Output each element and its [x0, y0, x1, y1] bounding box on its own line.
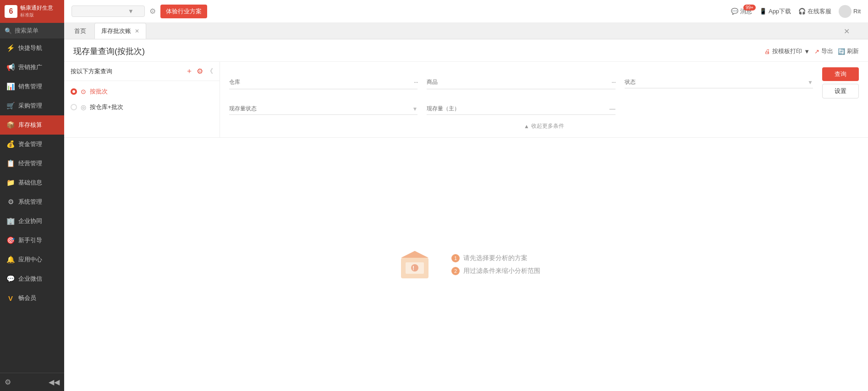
- sidebar-item-sales[interactable]: 📊 销售管理: [0, 77, 64, 96]
- filter-right: 仓库 ··· 商品 ···: [220, 62, 868, 137]
- topbar-search-box[interactable]: ▼: [71, 5, 145, 17]
- inventory-status-dropdown-icon[interactable]: ▼: [412, 106, 418, 112]
- tab-home-label: 首页: [74, 27, 86, 35]
- query-button[interactable]: 查询: [822, 67, 859, 81]
- sidebar-item-label: 营销推广: [18, 63, 42, 71]
- settings-footer-icon[interactable]: ⚙: [5, 378, 11, 386]
- sidebar-item-marketing[interactable]: 📢 营销推广: [0, 58, 64, 77]
- export-btn[interactable]: ↗ 导出: [814, 47, 833, 55]
- product-dots[interactable]: ···: [611, 77, 615, 87]
- tab-close-icon[interactable]: ✕: [135, 28, 139, 34]
- topbar-gear-icon[interactable]: ⚙: [149, 7, 156, 16]
- username: Rit: [853, 8, 861, 15]
- sales-icon: 📊: [6, 82, 15, 91]
- settings-filter-icon[interactable]: ⚙: [197, 67, 203, 76]
- sidebar-item-enterprise[interactable]: 🏢 企业协同: [0, 212, 64, 231]
- app-center-icon: 🔔: [6, 255, 15, 264]
- collapse-filter-icon[interactable]: 《: [207, 67, 213, 76]
- online-service-label: 在线客服: [808, 7, 831, 16]
- print-dropdown-icon[interactable]: ▼: [804, 48, 810, 55]
- batch-option-icon: ⊙: [81, 88, 86, 95]
- refresh-icon: 🔄: [838, 48, 845, 55]
- topbar-online-service[interactable]: 🎧 在线客服: [798, 7, 831, 16]
- operations-icon: 📋: [6, 159, 15, 168]
- avatar: [839, 5, 852, 18]
- topbar-message[interactable]: 💬 消息 99+: [731, 7, 752, 16]
- sidebar-item-label: 销售管理: [18, 82, 42, 91]
- status-dropdown-icon[interactable]: ▼: [808, 79, 813, 86]
- topbar-search-input[interactable]: [76, 8, 126, 15]
- tabbar-close-button[interactable]: ✕: [844, 27, 850, 35]
- warehouse-input-box[interactable]: 仓库 ···: [229, 76, 418, 89]
- filter-row-2: 现存量状态 ▼ 现存量（主） —: [229, 103, 859, 115]
- sidebar-item-system[interactable]: ⚙ 系统管理: [0, 192, 64, 212]
- sidebar-item-operations[interactable]: 📋 经营管理: [0, 154, 64, 173]
- sidebar-item-vip[interactable]: V 畅会员: [0, 288, 64, 308]
- batch-radio: [71, 88, 77, 95]
- collapse-sidebar-icon[interactable]: ◀◀: [49, 378, 60, 386]
- page-content: 现存量查询(按批次) 🖨 按模板打印 ▼ ↗ 导出 🔄 刷新: [64, 39, 868, 391]
- inventory-icon: 📦: [6, 121, 15, 129]
- warehouse-dots[interactable]: ···: [413, 77, 418, 87]
- settings-button[interactable]: 设置: [822, 84, 859, 98]
- tab-home[interactable]: 首页: [68, 23, 93, 39]
- empty-state: ! 1 请先选择要分析的方案 2 用过滤条件来缩小分析范围: [64, 138, 868, 391]
- filter-right-panel: 仓库 ··· 商品 ···: [220, 62, 868, 137]
- sidebar-item-guide[interactable]: 🎯 新手引导: [0, 231, 64, 250]
- sidebar-item-label: 畅会员: [18, 294, 36, 302]
- add-filter-icon[interactable]: ＋: [186, 66, 193, 76]
- collapse-row[interactable]: ▲ 收起更多条件: [229, 119, 859, 133]
- sidebar-item-label: 采购管理: [18, 102, 42, 110]
- sidebar-item-inventory[interactable]: 📦 库存核算: [0, 115, 64, 135]
- app-download-icon: 📱: [759, 8, 767, 15]
- sidebar-search[interactable]: 🔍 搜索菜单: [0, 23, 64, 38]
- enterprise-icon: 🏢: [6, 217, 15, 225]
- sidebar-item-label: 资金管理: [18, 140, 42, 148]
- status-select[interactable]: 状态 ▼: [625, 76, 813, 88]
- page-header-actions: 🖨 按模板打印 ▼ ↗ 导出 🔄 刷新: [764, 47, 859, 55]
- svg-text:!: !: [412, 265, 414, 272]
- tab-inventory-batch-label: 库存批次账: [101, 27, 131, 35]
- inventory-qty-box[interactable]: 现存量（主） —: [427, 103, 615, 115]
- app-edition: 标准版: [20, 12, 53, 18]
- search-dropdown-icon[interactable]: ▼: [128, 8, 134, 15]
- trial-btn[interactable]: 体验行业方案: [160, 5, 207, 18]
- tip-text-1: 请先选择要分析的方案: [463, 254, 527, 262]
- empty-tips: 1 请先选择要分析的方案 2 用过滤条件来缩小分析范围: [451, 254, 540, 275]
- topbar-app-download[interactable]: 📱 App下载: [759, 7, 791, 16]
- filter-left-header: 按以下方案查询 ＋ ⚙ 《: [64, 62, 220, 81]
- empty-tip-1: 1 请先选择要分析的方案: [451, 254, 540, 262]
- app-logo: 6: [5, 5, 17, 18]
- sidebar-item-quick-nav[interactable]: ⚡ 快捷导航: [0, 38, 64, 58]
- collapse-label: 收起更多条件: [531, 122, 564, 130]
- sidebar-item-purchase[interactable]: 🛒 采购管理: [0, 96, 64, 115]
- status-field: 状态 ▼: [625, 76, 813, 88]
- filter-option-warehouse-batch[interactable]: ◎ 按仓库+批次: [64, 99, 220, 115]
- filter-option-batch[interactable]: ⊙ 按批次: [64, 84, 220, 99]
- print-icon: 🖨: [764, 48, 770, 55]
- sidebar-item-label: 快捷导航: [18, 44, 42, 52]
- topbar-user[interactable]: Rit: [839, 5, 861, 18]
- warehouse-label: 仓库: [229, 78, 240, 86]
- collapse-arrow-icon: ▲: [524, 123, 529, 130]
- finance-icon: 💰: [6, 140, 15, 148]
- sidebar-item-label: 企业协同: [18, 217, 42, 225]
- filter-left-actions: ＋ ⚙ 《: [186, 66, 213, 76]
- marketing-icon: 📢: [6, 63, 15, 71]
- product-label: 商品: [427, 78, 438, 86]
- product-field: 商品 ···: [427, 76, 615, 89]
- sidebar-item-wechat[interactable]: 💬 企业微信: [0, 269, 64, 288]
- export-label: 导出: [821, 47, 833, 55]
- filter-options: ⊙ 按批次 ◎ 按仓库+批次: [64, 81, 220, 118]
- warehouse-batch-label: 按仓库+批次: [90, 103, 123, 111]
- inventory-status-field: 现存量状态 ▼: [229, 103, 418, 115]
- print-btn[interactable]: 🖨 按模板打印 ▼: [764, 47, 810, 55]
- inventory-status-select[interactable]: 现存量状态 ▼: [229, 103, 418, 115]
- sidebar-item-basic[interactable]: 📁 基础信息: [0, 173, 64, 192]
- sidebar-item-finance[interactable]: 💰 资金管理: [0, 135, 64, 154]
- refresh-btn[interactable]: 🔄 刷新: [838, 47, 859, 55]
- filter-left-panel: 按以下方案查询 ＋ ⚙ 《 ⊙ 按批次: [64, 62, 220, 137]
- sidebar-item-app-center[interactable]: 🔔 应用中心: [0, 250, 64, 269]
- product-input-box[interactable]: 商品 ···: [427, 76, 615, 89]
- tab-inventory-batch[interactable]: 库存批次账 ✕: [94, 23, 146, 39]
